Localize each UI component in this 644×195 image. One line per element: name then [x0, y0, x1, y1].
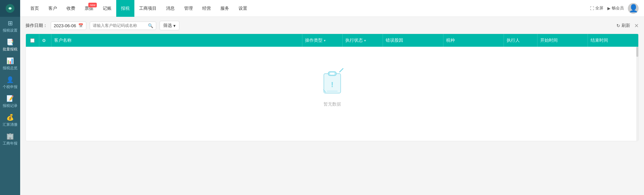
refresh-button[interactable]: ↻ 刷新 [616, 23, 630, 29]
empty-text: 暂无数据 [324, 101, 341, 107]
vip-button[interactable]: ▶ 畅会员 [607, 5, 624, 11]
nav-settings[interactable]: 设置 [234, 0, 252, 17]
logo[interactable] [0, 0, 20, 17]
date-picker[interactable]: 2023-06-06 📅 [51, 22, 86, 30]
chevron-down-icon: ▾ [173, 23, 176, 28]
main-area: 首页 客户 收费 票据 new 记账 报税 工商项目 消息 管理 经营 服务 设… [20, 0, 644, 195]
sidebar-item-tax-overview[interactable]: 📊 报税总览 [0, 54, 20, 73]
th-client-name: 客户名称 [51, 34, 302, 47]
nav-commerce[interactable]: 工商项目 [134, 0, 161, 17]
nav-billing[interactable]: 收费 [62, 0, 80, 17]
fullscreen-icon: ⛶ [590, 6, 594, 11]
calendar-icon: 📅 [78, 23, 83, 28]
fullscreen-button[interactable]: ⛶ 全屏 [590, 5, 603, 11]
th-settings[interactable]: ⚙ [39, 34, 51, 47]
nav-customers[interactable]: 客户 [44, 0, 62, 17]
topnav-right: ⛶ 全屏 ▶ 畅会员 👤 [590, 3, 639, 14]
table-header: ⚙ 客户名称 操作类型 ▾ 执行状态 ▾ 错误股因 税种 [26, 34, 638, 47]
svg-point-1 [9, 7, 11, 9]
refresh-icon: ↻ [616, 23, 620, 28]
th-end-time: 结束时间 [588, 34, 638, 47]
personal-tax-icon: 👤 [6, 76, 14, 83]
avatar[interactable]: 👤 [628, 3, 639, 14]
nav-home[interactable]: 首页 [26, 0, 44, 17]
filter-button[interactable]: 筛选 ▾ [160, 21, 179, 30]
sidebar-item-tax-settings[interactable]: ⊞ 报税设置 [0, 17, 20, 36]
tax-settings-icon: ⊞ [8, 20, 13, 27]
date-value: 2023-06-06 [54, 23, 76, 28]
sidebar-item-personal-tax[interactable]: 👤 个税申报 [0, 73, 20, 92]
tax-overview-icon: 📊 [6, 57, 14, 65]
vip-icon: ▶ [607, 6, 610, 11]
nav-tax[interactable]: 报税 [116, 0, 134, 17]
search-input[interactable] [93, 23, 146, 28]
settings-icon: ⚙ [42, 38, 46, 43]
search-icon: 🔍 [148, 23, 153, 28]
close-button[interactable]: ✕ [634, 23, 639, 29]
nav-invoices[interactable]: 票据 new [80, 0, 98, 17]
content-area: 操作日期： 2023-06-06 📅 🔍 筛选 ▾ ↻ 刷新 ✕ [20, 17, 644, 195]
search-box: 🔍 [90, 22, 156, 30]
avatar-icon: 👤 [629, 4, 638, 13]
top-nav: 首页 客户 收费 票据 new 记账 报税 工商项目 消息 管理 经营 服务 设… [20, 0, 644, 17]
scroll-track[interactable] [636, 47, 638, 141]
nav-operations[interactable]: 经营 [198, 0, 216, 17]
nav-management[interactable]: 管理 [179, 0, 198, 17]
new-badge: new [88, 3, 97, 8]
op-type-filter-icon: ▾ [324, 39, 326, 42]
svg-rect-5 [330, 73, 335, 75]
tax-records-icon: 📝 [6, 95, 14, 102]
settlement-icon: 💰 [6, 114, 14, 121]
annual-report-icon: 🏢 [6, 132, 14, 140]
th-error-reason: 错误股因 [383, 34, 443, 47]
sidebar-item-batch-tax[interactable]: 📑 批量报税 [0, 36, 20, 54]
select-all-checkbox[interactable] [30, 38, 35, 43]
th-executor: 执行人 [504, 34, 538, 47]
nav-accounts[interactable]: 记账 [98, 0, 116, 17]
svg-line-2 [340, 69, 343, 72]
th-tax-type: 税种 [443, 34, 504, 47]
sidebar-item-settlement[interactable]: 💰 汇算清缴 [0, 111, 20, 130]
sidebar-item-annual-report[interactable]: 🏢 工商年报 [0, 130, 20, 149]
data-table: ⚙ 客户名称 操作类型 ▾ 执行状态 ▾ 错误股因 税种 [26, 34, 639, 141]
th-exec-status[interactable]: 执行状态 ▾ [343, 34, 383, 47]
toolbar-right: ↻ 刷新 ✕ [616, 23, 639, 29]
empty-illustration: ! [319, 67, 346, 97]
empty-state: ! 暂无数据 [26, 47, 638, 127]
nav-messages[interactable]: 消息 [161, 0, 179, 17]
nav-services[interactable]: 服务 [216, 0, 234, 17]
exec-status-filter-icon: ▾ [364, 39, 366, 42]
th-start-time: 开始时间 [538, 34, 588, 47]
sidebar-item-tax-records[interactable]: 📝 报税记录 [0, 92, 20, 111]
date-label: 操作日期： [26, 23, 47, 29]
th-checkbox[interactable] [26, 34, 39, 47]
scroll-thumb[interactable] [636, 47, 638, 57]
table-body: ! 暂无数据 [26, 47, 638, 141]
toolbar: 操作日期： 2023-06-06 📅 🔍 筛选 ▾ ↻ 刷新 ✕ [26, 21, 639, 30]
sidebar: ⊞ 报税设置 📑 批量报税 📊 报税总览 👤 个税申报 📝 报税记录 💰 汇算清… [0, 0, 20, 195]
batch-tax-icon: 📑 [6, 38, 14, 46]
svg-text:!: ! [331, 80, 333, 89]
th-op-type[interactable]: 操作类型 ▾ [302, 34, 343, 47]
